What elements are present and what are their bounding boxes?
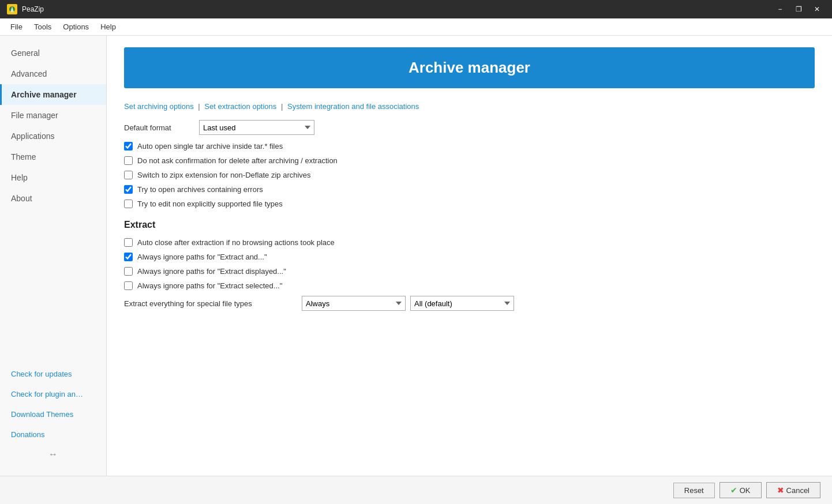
sidebar-download-themes[interactable]: Download Themes	[0, 404, 106, 424]
sidebar-item-general[interactable]: General	[0, 43, 106, 63]
ignore-paths-displayed-checkbox[interactable]	[124, 267, 133, 276]
checkbox-auto-close: Auto close after extraction if no browsi…	[124, 238, 815, 247]
menu-options[interactable]: Options	[57, 20, 95, 33]
app-icon	[7, 4, 17, 14]
ignore-paths-and-label[interactable]: Always ignore paths for "Extract and..."	[137, 253, 267, 261]
edit-unsupported-label[interactable]: Try to edit non explicitly supported fil…	[137, 200, 283, 208]
sidebar-resize-arrow[interactable]: ↔	[0, 445, 106, 464]
open-errors-label[interactable]: Try to open archives containing errors	[137, 185, 263, 194]
checkbox-ignore-paths-and: Always ignore paths for "Extract and..."	[124, 253, 815, 261]
sidebar-check-plugin[interactable]: Check for plugin an…	[0, 384, 106, 404]
sidebar-check-updates[interactable]: Check for updates	[0, 364, 106, 384]
cancel-label: Cancel	[786, 486, 809, 495]
zipx-extension-label[interactable]: Switch to zipx extension for non-Deflate…	[137, 171, 311, 179]
ignore-paths-selected-label[interactable]: Always ignore paths for "Extract selecte…	[137, 281, 282, 290]
set-archiving-link[interactable]: Set archiving options	[124, 102, 194, 111]
cancel-button[interactable]: ✖ Cancel	[766, 482, 820, 498]
extract-special-row: Extract everything for special file type…	[124, 296, 815, 311]
extract-special-label: Extract everything for special file type…	[124, 299, 297, 308]
title-bar-controls: − ❐ ✕	[772, 1, 825, 17]
close-button[interactable]: ✕	[809, 1, 825, 17]
default-format-row: Default format Last used ZIP 7Z TAR GZ B…	[124, 120, 815, 135]
extract-when-select[interactable]: Always Never Ask	[302, 296, 406, 311]
sidebar-item-theme[interactable]: Theme	[0, 146, 106, 167]
bottom-bar: Reset ✔ OK ✖ Cancel	[0, 476, 832, 504]
sidebar-bottom: Check for updates Check for plugin an… D…	[0, 364, 106, 469]
sidebar-item-about[interactable]: About	[0, 188, 106, 209]
title-bar-text: PeaZip	[22, 5, 772, 13]
menu-bar: File Tools Options Help	[0, 18, 832, 36]
separator-1: |	[198, 102, 202, 111]
sidebar-item-advanced[interactable]: Advanced	[0, 63, 106, 84]
reset-button[interactable]: Reset	[673, 483, 715, 498]
default-format-label: Default format	[124, 123, 199, 132]
menu-file[interactable]: File	[5, 20, 28, 33]
checkbox-zipx-extension: Switch to zipx extension for non-Deflate…	[124, 171, 815, 179]
separator-2: |	[281, 102, 285, 111]
ignore-paths-and-checkbox[interactable]	[124, 253, 133, 261]
ok-label: OK	[740, 486, 751, 495]
no-confirm-delete-checkbox[interactable]	[124, 156, 133, 165]
page-header-banner: Archive manager	[124, 47, 815, 88]
ok-button[interactable]: ✔ OK	[719, 482, 762, 498]
minimize-button[interactable]: −	[772, 1, 788, 17]
sidebar-item-help[interactable]: Help	[0, 167, 106, 188]
menu-help[interactable]: Help	[95, 20, 122, 33]
set-extraction-link[interactable]: Set extraction options	[204, 102, 276, 111]
auto-close-label[interactable]: Auto close after extraction if no browsi…	[137, 238, 335, 247]
system-integration-link[interactable]: System integration and file associations	[287, 102, 419, 111]
no-confirm-delete-label[interactable]: Do not ask confirmation for delete after…	[137, 156, 338, 165]
ignore-paths-selected-checkbox[interactable]	[124, 281, 133, 290]
default-format-select[interactable]: Last used ZIP 7Z TAR GZ BZ2	[199, 120, 314, 135]
checkbox-open-errors: Try to open archives containing errors	[124, 185, 815, 194]
cancel-x-icon: ✖	[777, 486, 784, 495]
extract-section-header: Extract	[124, 220, 815, 230]
menu-tools[interactable]: Tools	[28, 20, 57, 33]
ignore-paths-displayed-label[interactable]: Always ignore paths for "Extract display…	[137, 267, 286, 276]
auto-open-tar-checkbox[interactable]	[124, 142, 133, 151]
zipx-extension-checkbox[interactable]	[124, 171, 133, 179]
ok-checkmark-icon: ✔	[730, 486, 737, 495]
sidebar: General Advanced Archive manager File ma…	[0, 36, 107, 476]
checkbox-ignore-paths-selected: Always ignore paths for "Extract selecte…	[124, 281, 815, 290]
checkbox-edit-unsupported: Try to edit non explicitly supported fil…	[124, 200, 815, 208]
links-row: Set archiving options | Set extraction o…	[124, 102, 815, 111]
checkbox-ignore-paths-displayed: Always ignore paths for "Extract display…	[124, 267, 815, 276]
sidebar-item-archive-manager[interactable]: Archive manager	[0, 84, 106, 105]
extract-what-select[interactable]: All (default) Images Documents Audio Vid…	[410, 296, 514, 311]
auto-open-tar-label[interactable]: Auto open single tar archive inside tar.…	[137, 142, 283, 151]
sidebar-donations[interactable]: Donations	[0, 424, 106, 445]
edit-unsupported-checkbox[interactable]	[124, 200, 133, 208]
sidebar-item-file-manager[interactable]: File manager	[0, 105, 106, 126]
main-layout: General Advanced Archive manager File ma…	[0, 36, 832, 476]
open-errors-checkbox[interactable]	[124, 185, 133, 194]
title-bar: PeaZip − ❐ ✕	[0, 0, 832, 18]
auto-close-checkbox[interactable]	[124, 238, 133, 247]
maximize-button[interactable]: ❐	[790, 1, 807, 17]
checkbox-no-confirm-delete: Do not ask confirmation for delete after…	[124, 156, 815, 165]
sidebar-item-applications[interactable]: Applications	[0, 126, 106, 146]
checkbox-auto-open-tar: Auto open single tar archive inside tar.…	[124, 142, 815, 151]
content-area: Archive manager Set archiving options | …	[107, 36, 832, 476]
